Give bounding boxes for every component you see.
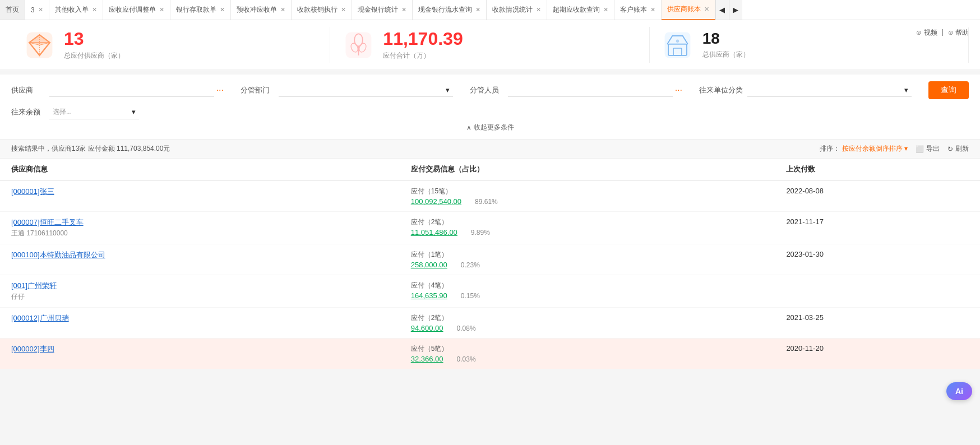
close-icon[interactable]: ✕ [704,6,709,13]
summary-info-suppliers: 13 总应付供应商（家） [64,29,124,61]
query-button[interactable]: 查询 [928,81,969,99]
nav-tab-prepay-label: 预收冲应收单 [237,5,277,15]
collapse-button[interactable]: ∧ 收起更多条件 [466,123,514,132]
supplier-icon [22,30,56,61]
nav-tab-3[interactable]: 3 ✕ [25,0,49,20]
close-icon[interactable]: ✕ [603,6,608,13]
table-row: [000002]李四应付（5笔）32,366.000.03%2020-11-20 [0,339,980,369]
table-row: [000007]恒旺二手叉车王通 17106110000应付（2笔）11,051… [0,212,980,244]
nav-tab-3-label: 3 [31,6,35,14]
filter-balance: 往来余额 选择... ▾ [11,105,969,119]
amount-pct: 89.61% [475,198,498,206]
supplier-table: 供应商信息 应付交易信息（占比） 上次付数 [000001]张三应付（15笔）1… [0,159,980,369]
chevron-down-icon: ▾ [446,86,450,94]
close-icon[interactable]: ✕ [92,6,97,13]
close-icon[interactable]: ✕ [280,6,285,13]
nav-tab-verify[interactable]: 收款核销执行 ✕ [292,0,352,20]
amount-link[interactable]: 164,635.90 [411,291,447,300]
person-input[interactable] [508,84,673,97]
nav-tab-cash-stat-label: 现金银行统计 [358,5,398,15]
close-icon[interactable]: ✕ [220,6,225,13]
nav-tab-verify-label: 收款核销执行 [297,5,338,15]
filter-supplier: 供应商 ··· [11,84,224,97]
sort-value[interactable]: 按应付余额倒序排序 ▾ [842,145,908,152]
supplier-link[interactable]: [000007]恒旺二手叉车 [11,218,84,226]
amount-link[interactable]: 100,092,540.00 [411,197,461,206]
col-last-pay: 上次付数 [775,159,980,180]
person-dots-btn[interactable]: ··· [675,85,682,95]
nav-tab-customer-ledger-label: 客户账本 [620,5,647,15]
balance-select[interactable]: 选择... ▾ [49,105,139,119]
table-header-row: 供应商信息 应付交易信息（占比） 上次付数 [0,159,980,180]
amount-link[interactable]: 94,600.00 [411,324,443,332]
nav-tab-prepay[interactable]: 预收冲应收单 ✕ [231,0,292,20]
last-pay-cell: 2021-03-25 [775,308,980,339]
nav-tab-overdue[interactable]: 超期应收款查询 ✕ [547,0,614,20]
supplier-link[interactable]: [000100]本特勤油品有限公司 [11,251,105,259]
close-icon[interactable]: ✕ [341,6,346,13]
close-icon[interactable]: ✕ [475,6,480,13]
help-link[interactable]: ⊙ 帮助 [948,28,969,38]
supplier-input[interactable] [49,84,214,97]
total-icon [661,30,695,61]
supplier-link[interactable]: [001]广州荣轩 [11,281,57,290]
total-count: 18 [702,30,750,48]
nav-tab-supplier-ledger[interactable]: 供应商账本 ✕ [662,0,715,20]
top-nav: 首页 3 ✕ 其他收入单 ✕ 应收应付调整单 ✕ 银行存取款单 ✕ 预收冲应收单… [0,0,980,20]
table-row: [000012]广州贝瑞应付（2笔）94,600.000.08%2021-03-… [0,308,980,339]
nav-tab-cash-stat[interactable]: 现金银行统计 ✕ [352,0,413,20]
video-link[interactable]: ⊙ 视频 [916,28,937,38]
dept-select[interactable]: ▾ [279,84,453,97]
filter-section: 供应商 ··· 分管部门 ▾ 分管人员 ··· 往来单位分类 ▾ 查询 [0,75,980,140]
result-bar-right: 排序： 按应付余额倒序排序 ▾ ⬜ 导出 ↻ 刷新 [820,144,969,154]
amount-link[interactable]: 258,000.00 [411,261,447,269]
filter-row-2: 往来余额 选择... ▾ [11,105,969,119]
supplier-link[interactable]: [000002]李四 [11,345,54,353]
amount-label: 应付合计（万） [383,51,463,61]
supplier-dots-btn[interactable]: ··· [216,85,224,95]
amount-link[interactable]: 11,051,486.00 [411,228,457,237]
tx-label: 应付（15笔） [411,187,764,196]
nav-tab-adjust[interactable]: 应收应付调整单 ✕ [103,0,170,20]
tx-cell: 应付（4笔）164,635.900.15% [400,275,775,308]
supplier-label: 供应商 [11,85,45,95]
balance-placeholder: 选择... [53,107,132,117]
supplier-cell: [000002]李四 [0,339,400,369]
refresh-button[interactable]: ↻ 刷新 [947,144,969,154]
close-icon[interactable]: ✕ [38,6,43,13]
supplier-link[interactable]: [000001]张三 [11,187,54,196]
supplier-cell: [001]广州荣轩仔仔 [0,275,400,308]
nav-prev-arrow[interactable]: ◀ [715,0,729,20]
svg-point-14 [676,39,679,43]
nav-tab-overdue-label: 超期应收款查询 [553,5,600,15]
close-icon[interactable]: ✕ [650,6,655,13]
summary-bar: 13 总应付供应商（家） 11,170.39 应付合计（万） [0,20,980,70]
col-tx-info: 应付交易信息（占比） [400,159,775,180]
nav-tab-recv-stat-label: 收款情况统计 [492,5,533,15]
table-row: [000001]张三应付（15笔）100,092,540.0089.61%202… [0,180,980,212]
category-label: 往来单位分类 [699,85,743,95]
export-button[interactable]: ⬜ 导出 [916,144,940,154]
nav-tab-bank[interactable]: 银行存取款单 ✕ [170,0,231,20]
nav-tab-cash-query[interactable]: 现金银行流水查询 ✕ [413,0,487,20]
total-count-label: 总供应商（家） [702,50,750,59]
close-icon[interactable]: ✕ [159,6,164,13]
close-icon[interactable]: ✕ [536,6,541,13]
dept-label: 分管部门 [241,85,274,95]
table-wrap: 供应商信息 应付交易信息（占比） 上次付数 [000001]张三应付（15笔）1… [0,159,980,369]
chevron-down-icon-3: ▾ [132,108,136,116]
nav-next-arrow[interactable]: ▶ [729,0,742,20]
close-icon[interactable]: ✕ [401,6,406,13]
category-select[interactable]: ▾ [747,84,912,97]
nav-tab-home[interactable]: 首页 [0,0,25,20]
amount-icon [341,30,375,61]
nav-tab-other-income[interactable]: 其他收入单 ✕ [49,0,103,20]
supplier-count-label: 总应付供应商（家） [64,51,124,61]
tx-cell: 应付（1笔）258,000.000.23% [400,244,775,275]
filter-row-1: 供应商 ··· 分管部门 ▾ 分管人员 ··· 往来单位分类 ▾ 查询 [11,81,969,99]
supplier-link[interactable]: [000012]广州贝瑞 [11,314,69,322]
nav-tab-customer-ledger[interactable]: 客户账本 ✕ [614,0,662,20]
amount-link[interactable]: 32,366.00 [411,355,443,363]
nav-tab-recv-stat[interactable]: 收款情况统计 ✕ [487,0,547,20]
nav-tab-adjust-label: 应收应付调整单 [109,5,156,15]
